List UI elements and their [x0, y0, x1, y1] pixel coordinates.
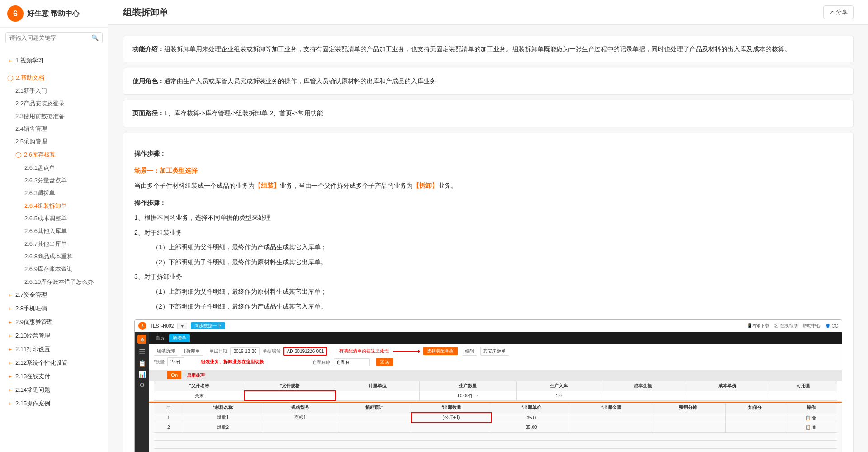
plus-icon-2-11: ＋ — [7, 346, 13, 353]
sidebar-item-2-14-label: 2.14常见问题 — [15, 386, 50, 394]
mock-ltd-alloc-1 — [651, 413, 725, 423]
mock-billno-label: 单据编号 — [263, 348, 281, 354]
sidebar-item-2-13-label: 2.13在线支付 — [15, 372, 50, 381]
mock-ltd-how-1 — [725, 413, 785, 423]
role-label: 使用角色： — [132, 77, 164, 85]
sidebar-item-2-12-label: 2.12系统个性化设置 — [15, 359, 68, 367]
mock-td-avail — [769, 391, 837, 400]
sidebar-item-2-6-1[interactable]: 2.6.1盘点单 — [0, 162, 108, 174]
sidebar-item-2-3[interactable]: 2.3使用前数据准备 — [0, 110, 108, 123]
sidebar-item-2-14[interactable]: ＋ 2.14常见问题 — [0, 383, 108, 397]
content-area: 功能介绍：组装拆卸单用来处理企业组装或拆卸等加工业务，支持有固定装配清单的产品加… — [108, 25, 868, 452]
mock-td-name: 关末 — [154, 391, 245, 400]
mock-ltd-spec-2 — [263, 423, 337, 432]
sidebar-item-2-4[interactable]: 2.4销售管理 — [0, 123, 108, 135]
plus-icon-2-10: ＋ — [7, 332, 13, 340]
table-row — [154, 432, 837, 440]
sidebar-item-2-8[interactable]: ＋ 2.8手机旺铺 — [0, 302, 108, 315]
sidebar: 6 好生意 帮助中心 🔍 ＋ 1.视频学习 ◯ 2.帮助文档 2.1新手入门 2… — [0, 0, 108, 452]
sidebar-item-2-6-2[interactable]: 2.6.2分量盘点单 — [0, 174, 108, 187]
sidebar-item-2-7[interactable]: ＋ 2.7资金管理 — [0, 288, 108, 302]
plus-icon-2-15: ＋ — [7, 400, 13, 408]
mock-lth-loss: 损耗预计 — [337, 403, 411, 413]
mock-app-body: 🏠 ☰ 📋 📊 ⚙ 自贡 新增单 — [135, 332, 842, 452]
mock-logo: 6 — [138, 322, 146, 330]
mock-upper-table-body: 关末 10.00件 → 1.0 — [154, 391, 837, 400]
mock-th-spec: *父件规格 — [245, 381, 335, 391]
nav-section-2: ◯ 2.帮助文档 2.1新手入门 2.2产品安装及登录 2.3使用前数据准备 2… — [0, 69, 108, 412]
sidebar-item-2-6-10[interactable]: 2.6.10库存账本错了怎么办 — [0, 276, 108, 288]
mock-top-icons: 📱App下载 ② 在线帮助 帮助中心 👤 CC — [747, 323, 838, 329]
mock-ltd-name-1: 煤批1 — [183, 413, 263, 423]
share-button[interactable]: ↗ 分享 — [823, 5, 854, 19]
mock-other-btn: 其它来源单 — [480, 347, 509, 356]
mock-lth-alloc: 费用分摊 — [651, 403, 725, 413]
sidebar-item-2-6-9[interactable]: 2.6.9库存账本查询 — [0, 263, 108, 276]
mock-ltd-outqty-1-red: (公斤+1) — [411, 413, 491, 423]
mock-lth-ops: 操作 — [785, 403, 837, 413]
sidebar-item-2-6-3[interactable]: 2.6.3调拨单 — [0, 187, 108, 200]
sidebar-item-2-1[interactable]: 2.1新手入门 — [0, 85, 108, 97]
sidebar-item-2-13[interactable]: ＋ 2.13在线支付 — [0, 370, 108, 383]
sidebar-item-2-15[interactable]: ＋ 2.15操作案例 — [0, 397, 108, 410]
share-label: 分享 — [836, 8, 848, 16]
mock-ltd-check-1: 1 — [154, 413, 183, 423]
mock-th-avail: 可用量 — [769, 381, 837, 391]
mock-ltd-check-2: 2 — [154, 423, 183, 432]
mock-th-prodinput: 生产入库 — [517, 381, 601, 391]
mock-ltd-outprice-1: 35.0 — [491, 413, 571, 423]
sidebar-item-2-6-5[interactable]: 2.6.5成本调整单 — [0, 212, 108, 225]
mock-ann1-text: 有装配清单的在这里处理 — [339, 348, 389, 354]
plus-icon: ＋ — [7, 57, 13, 65]
sidebar-item-2-9[interactable]: ＋ 2.9优惠券管理 — [0, 315, 108, 329]
table-row: 2 煤批2 35.00 📋 — [154, 423, 837, 432]
mock-warehouse-label: 仓库名称 — [312, 358, 370, 366]
ops-steps-title: 操作步骤： — [134, 197, 842, 209]
mock-type-btn-zuzhuan: 组装拆卸 — [154, 347, 178, 356]
sidebar-item-2-label: 2.帮助文档 — [16, 74, 44, 82]
search-input-wrap[interactable]: 🔍 — [5, 32, 103, 43]
mock-nav-icon-3: 📊 — [138, 371, 146, 378]
mock-td-prodqty: 10.00件 → — [420, 391, 517, 400]
sidebar-item-2-6-6[interactable]: 2.6.6其他入库单 — [0, 225, 108, 238]
mock-ltd-spec-1: 商标1 — [263, 413, 337, 423]
sidebar-item-2[interactable]: ◯ 2.帮助文档 — [0, 71, 108, 85]
mock-ann3-text: 组装业务、拆卸业务在这里切换 — [201, 359, 264, 365]
mock-th-unit: 计量单位 — [335, 381, 420, 391]
mock-wh-input[interactable] — [334, 358, 370, 366]
path-text: 1、库存核算->库存管理->组装拆卸单 2、首页->常用功能 — [164, 109, 323, 117]
mock-td-unit — [335, 391, 420, 400]
sidebar-item-2-6-7[interactable]: 2.6.7其他出库单 — [0, 238, 108, 250]
sidebar-item-2-12[interactable]: ＋ 2.12系统个性化设置 — [0, 356, 108, 370]
mock-sync-btn: 同步数据一下 — [191, 322, 225, 329]
sidebar-item-2-6-4[interactable]: 2.6.4组装拆卸单 — [0, 200, 108, 212]
sidebar-item-2-10[interactable]: ＋ 2.10经营管理 — [0, 329, 108, 343]
table-row: 1 煤批1 商标1 (公斤+1) 35.0 — [154, 413, 837, 423]
sidebar-item-2-10-label: 2.10经营管理 — [15, 332, 50, 340]
sidebar-item-2-9-label: 2.9优惠券管理 — [15, 318, 53, 326]
sidebar-item-2-6[interactable]: ◯ 2.6库存核算 — [0, 148, 108, 162]
mock-lth-check: ☐ — [154, 403, 183, 413]
sidebar-item-2-5[interactable]: 2.5采购管理 — [0, 135, 108, 148]
step2-2: （2）下部明细为子件明细，最终作为原材料生成其它出库单。 — [134, 256, 842, 268]
search-box: 🔍 — [0, 28, 108, 48]
step2-1: （1）上部明细为父件明细，最终作为产成品生成其它入库单； — [134, 241, 842, 253]
mock-company-name: TEST-H002 — [150, 324, 174, 328]
step2: 2、对于组装业务 — [134, 227, 842, 239]
mock-lower-table-body: 1 煤批1 商标1 (公斤+1) 35.0 — [154, 413, 837, 452]
mock-icon-user: 👤 CC — [825, 324, 838, 328]
plus-icon-2-9: ＋ — [7, 319, 13, 326]
sidebar-item-2-7-label: 2.7资金管理 — [15, 291, 47, 299]
sidebar-item-2-11-label: 2.11打印设置 — [15, 345, 50, 353]
mock-date-label: 单据日期 — [209, 348, 227, 354]
mock-lower-table-wrap: ☐ *材料名称 规格型号 损耗预计 *出库数量 *出库单价 *出库金额 费用分摊 — [149, 402, 842, 452]
mock-th-prodqty: 生产数量 — [420, 381, 517, 391]
sidebar-item-2-11[interactable]: ＋ 2.11打印设置 — [0, 343, 108, 356]
search-icon[interactable]: 🔍 — [91, 34, 99, 41]
sidebar-item-2-6-8[interactable]: 2.6.8商品成本重算 — [0, 250, 108, 263]
sidebar-item-1[interactable]: ＋ 1.视频学习 — [0, 54, 108, 67]
search-input[interactable] — [9, 34, 91, 41]
mock-home-icon: 🏠 — [137, 335, 146, 344]
mock-td-cost — [601, 391, 685, 400]
sidebar-item-2-2[interactable]: 2.2产品安装及登录 — [0, 97, 108, 110]
